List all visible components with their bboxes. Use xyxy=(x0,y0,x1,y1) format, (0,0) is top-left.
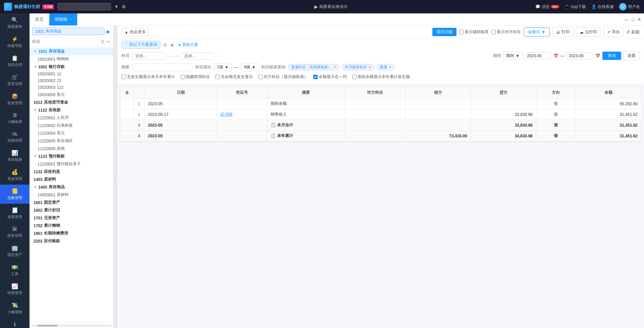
tree-item-1405[interactable]: ▼ 1405 库存商品 xyxy=(30,183,113,191)
sidebar-item-base[interactable]: ℹ 基础信息 xyxy=(0,318,30,328)
return-old-version-button[interactable]: 退回旧版 xyxy=(432,28,457,36)
setting-button[interactable]: 设置 xyxy=(623,51,640,60)
tab-close-all-button[interactable]: ✕ xyxy=(637,17,641,22)
voucher-link[interactable]: 记-006 xyxy=(220,112,232,117)
left-panel-collapse-handle[interactable]: ‹ xyxy=(113,25,117,328)
account-nav-right-arrow[interactable]: ▶ xyxy=(107,29,110,34)
checkbox-no-amount[interactable]: 无发生额显示本月本年累计 xyxy=(121,74,175,80)
tree-item-1701[interactable]: 1701 无形资产 xyxy=(30,214,113,222)
sidebar-item-ecommerce[interactable]: 🖥 小畅电商 xyxy=(0,109,30,128)
tree-item-2202[interactable]: 2202 应付账款 xyxy=(30,237,113,245)
tree-item-10020002[interactable]: 10020002 23 xyxy=(30,77,113,84)
amount-format-button[interactable]: 金额式 ▼ xyxy=(524,27,550,37)
tab-close-icon[interactable]: × xyxy=(70,17,72,21)
period-type-select[interactable]: 期间 ▼ xyxy=(503,52,523,60)
sidebar-item-payroll[interactable]: 💵 工资 xyxy=(0,261,30,280)
checkbox-hide-disabled[interactable]: 隐藏禁用科目 xyxy=(180,74,210,80)
th-settings[interactable]: ⚙ xyxy=(120,87,134,99)
print-button[interactable]: 🖨 打印 xyxy=(552,27,573,37)
filter-settings-icon[interactable]: ⚙ xyxy=(163,42,167,48)
demo-button[interactable]: ▶ 我要看实例演示 xyxy=(314,4,347,10)
tab-home[interactable]: 首页 xyxy=(30,13,49,25)
filter-tag-normal[interactable]: 普通科目（无特殊核算） ✕ xyxy=(288,64,339,70)
message-button[interactable]: 💬 消息 99+ xyxy=(535,4,559,10)
checkbox-balance-in-one[interactable]: 余额显示在一列 xyxy=(313,74,347,80)
tree-scrollbar-area[interactable] xyxy=(30,323,113,328)
show-opposite-input[interactable] xyxy=(491,30,496,34)
level-from-select[interactable]: 1级 ▼ xyxy=(214,63,232,71)
sidebar-item-retail[interactable]: 🛒 零售管理 xyxy=(0,71,30,90)
period-end-input[interactable] xyxy=(567,52,593,60)
tree-item-1132[interactable]: 1132 应收利息 xyxy=(30,168,113,176)
sidebar-item-assets[interactable]: 🏢 固定资产 xyxy=(0,242,30,261)
checkbox-no-balance[interactable]: 无余额无发生显示 xyxy=(215,74,253,80)
tree-item-14050001[interactable]: 14050001 原材料 xyxy=(30,191,113,199)
sidebar-item-tax[interactable]: 🏛 税务管理 xyxy=(0,223,30,242)
tree-item-11220006[interactable]: 11220006 游戏 xyxy=(30,145,113,152)
subject-input[interactable] xyxy=(132,52,166,60)
subject-end-input[interactable] xyxy=(181,52,215,60)
sidebar-item-nav[interactable]: ⚡ 快捷导航 xyxy=(0,32,30,52)
top-search-input[interactable] xyxy=(57,3,111,10)
app-download-button[interactable]: 📱 App下载 xyxy=(565,4,586,10)
tree-item-1602[interactable]: 1602 累计折旧 xyxy=(30,206,113,214)
tree-list-icon[interactable]: ☰ xyxy=(101,39,105,44)
tab-maximize-button[interactable]: □ xyxy=(632,17,635,22)
export-button[interactable]: ↗ 导出 xyxy=(603,27,624,37)
period-start-input[interactable] xyxy=(525,52,551,60)
tree-item-1801[interactable]: 1801 长期待摊费用 xyxy=(30,229,113,237)
level-to-select[interactable]: 6级 ▼ xyxy=(241,63,259,71)
sidebar-item-invoice[interactable]: 🧾 发票管理 xyxy=(0,204,30,223)
sidebar-item-project[interactable]: 📋 项目合同 xyxy=(0,52,30,71)
sidebar-item-sales[interactable]: 💸 小畅报销 xyxy=(0,299,30,318)
cb-hide-disabled[interactable] xyxy=(180,75,185,79)
user-menu[interactable]: U 用户名 xyxy=(619,3,640,10)
filter-tag-close-1[interactable]: ✕ xyxy=(368,65,371,69)
tab-detail-account[interactable]: 明细账 × xyxy=(49,13,77,25)
sidebar-item-inventory[interactable]: 📊 库存核算 xyxy=(0,146,30,166)
cb-balance-in-one[interactable] xyxy=(313,75,318,79)
cb-opposite[interactable] xyxy=(258,75,263,79)
tree-item-11220005[interactable]: 11220005 所在地区 xyxy=(30,137,113,145)
filter-tag-quantity[interactable]: 数量 ✕ xyxy=(377,64,395,70)
selected-account[interactable]: 1001 库存现金 xyxy=(32,27,105,35)
checkbox-initial-balance[interactable]: 期初余额显示本年累计发生额 xyxy=(352,74,410,80)
cb-no-balance[interactable] xyxy=(215,75,220,79)
sidebar-item-search[interactable]: 🔍 搜索菜单 xyxy=(0,13,30,32)
tree-item-1002[interactable]: ▼ 1002 银行存款 xyxy=(30,63,113,71)
cb-no-amount[interactable] xyxy=(121,75,126,79)
tree-item-10010001[interactable]: 10010001 哟哟哟 xyxy=(30,55,113,63)
tree-container[interactable]: ▼ 1001 库存现金 10010001 哟哟哟 ▼ 1002 银行存款 xyxy=(30,46,113,323)
dropdown-icon[interactable]: ▼ xyxy=(114,4,118,9)
show-opposite-checkbox[interactable]: 显示对方科目 xyxy=(491,29,521,35)
sidebar-item-finance[interactable]: 💰 资金管理 xyxy=(0,166,30,185)
cb-initial-balance[interactable] xyxy=(352,75,357,79)
tree-item-11220004[interactable]: 11220004 美元 xyxy=(30,129,113,137)
tab-minimize-button[interactable]: — xyxy=(625,17,629,22)
row-voucher[interactable]: 记-006 xyxy=(217,109,267,120)
filter-collapse-icon[interactable]: ◀ xyxy=(170,43,173,47)
tree-edit-icon[interactable]: ✏ xyxy=(107,39,110,44)
sidebar-item-wholesale[interactable]: 📦 批发管理 xyxy=(0,90,30,109)
tree-item-11220002[interactable]: 11220002 往来标签 xyxy=(30,122,113,129)
sidebar-item-operations[interactable]: 📈 经营管理 xyxy=(0,280,30,299)
show-aux-input[interactable] xyxy=(459,30,464,34)
filter-tag-close-2[interactable]: ✕ xyxy=(389,65,392,69)
filter-tag-foreign[interactable]: 外币核算科目 ✕ xyxy=(342,64,374,70)
tree-scrollbar-thumb[interactable] xyxy=(38,325,58,327)
checkbox-opposite[interactable]: 对方科目（显示辅助项） xyxy=(258,74,308,80)
tree-item-11220001[interactable]: 11220001 人民币 xyxy=(30,114,113,122)
online-service-button[interactable]: 👤 在线客服 xyxy=(591,4,614,10)
tree-item-1001[interactable]: ▼ 1001 库存现金 xyxy=(30,48,113,55)
tree-item-10020003[interactable]: 10020003 122 xyxy=(30,84,113,91)
tree-item-11230001[interactable]: 11230001 预付账款美子 xyxy=(30,160,113,168)
scheme-button[interactable]: ● 系统方案 xyxy=(178,42,198,48)
tree-item-1123[interactable]: ▼ 1123 预付账款 xyxy=(30,152,113,160)
tree-item-1122[interactable]: ▼ 1122 应收款 xyxy=(30,106,113,114)
cloud-print-button[interactable]: ☁ 云打印 xyxy=(576,27,601,37)
refresh-button[interactable]: ↺ 刷新 xyxy=(626,29,640,35)
sidebar-item-ledger[interactable]: 📒 总账管理 xyxy=(0,185,30,204)
settings-icon[interactable]: ⚙ xyxy=(122,4,126,9)
sidebar-item-purchase[interactable]: 🛍 采购管理 xyxy=(0,128,30,146)
summary-input[interactable] xyxy=(132,64,193,71)
